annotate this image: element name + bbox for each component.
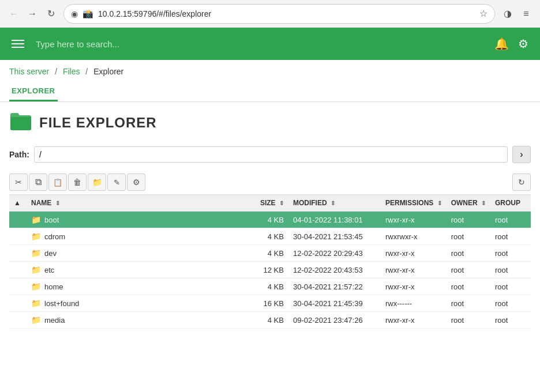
bookmark-button[interactable]: ☆ [479, 8, 487, 19]
row-permissions: rwxr-xr-x [381, 312, 447, 329]
breadcrumb-current: Explorer [93, 67, 123, 76]
row-modified: 12-02-2022 20:29:43 [288, 245, 381, 262]
path-go-button[interactable]: › [512, 146, 531, 163]
col-name-label: NAME [31, 199, 51, 207]
cut-button[interactable]: ✂ [9, 174, 28, 191]
permissions-icon: ⚙ [133, 178, 140, 187]
file-table-body: 📁boot 4 KB 04-01-2022 11:38:01 rwxr-xr-x… [9, 212, 531, 329]
paste-button[interactable]: 📋 [48, 174, 67, 191]
col-permissions-label: PERMISSIONS [385, 199, 433, 207]
notification-button[interactable]: 🔔 [492, 35, 511, 53]
folder-icon: 📁 [31, 282, 41, 291]
tab-explorer[interactable]: EXPLORER [9, 81, 58, 101]
permissions-button[interactable]: ⚙ [127, 174, 145, 191]
hamburger-menu-button[interactable] [9, 37, 27, 50]
folder-icon: 📁 [31, 265, 41, 274]
search-input[interactable] [36, 37, 483, 51]
row-modified: 30-04-2021 21:45:39 [288, 295, 381, 312]
col-header-permissions[interactable]: PERMISSIONS ⇕ [381, 195, 447, 212]
col-header-size[interactable]: SIZE ⇕ [248, 195, 288, 212]
shield-browser-button[interactable]: ◑ [500, 6, 516, 22]
breadcrumb: This server / Files / Explorer [0, 60, 540, 81]
delete-button[interactable]: 🗑 [68, 174, 87, 191]
permissions-sort-arrows: ⇕ [437, 200, 442, 206]
row-group: root [490, 278, 531, 295]
path-row: Path: › [9, 146, 531, 163]
new-folder-button[interactable]: 📁 [88, 174, 106, 191]
file-table-wrapper: ▲ NAME ⇕ SIZE ⇕ MODIFIED ⇕ P [9, 195, 531, 329]
col-group-label: GROUP [495, 199, 520, 207]
reload-button[interactable]: ↻ [43, 6, 59, 22]
row-size: 16 KB [248, 295, 288, 312]
copy-icon: ⧉ [35, 177, 42, 187]
breadcrumb-this-server[interactable]: This server [9, 67, 49, 76]
row-size: 4 KB [248, 312, 288, 329]
row-type-icon [9, 228, 27, 245]
folder-icon: 📁 [31, 299, 41, 308]
copy-button[interactable]: ⧉ [29, 174, 47, 191]
table-row[interactable]: 📁lost+found 16 KB 30-04-2021 21:45:39 rw… [9, 295, 531, 312]
settings-button[interactable]: ⚙ [516, 35, 531, 53]
back-button[interactable]: ← [6, 6, 22, 22]
row-modified: 12-02-2022 20:43:53 [288, 262, 381, 278]
breadcrumb-files[interactable]: Files [63, 67, 80, 76]
row-modified: 04-01-2022 11:38:01 [288, 212, 381, 228]
owner-sort-arrows: ⇕ [481, 200, 486, 206]
row-permissions: rwx------ [381, 295, 447, 312]
folder-icon: 📁 [31, 248, 41, 258]
row-group: root [490, 212, 531, 228]
table-row[interactable]: 📁etc 12 KB 12-02-2022 20:43:53 rwxr-xr-x… [9, 262, 531, 278]
address-bar-container: ◉ 📸 ☆ [63, 4, 495, 24]
folder-icon: 📁 [31, 215, 41, 224]
row-permissions: rwxr-xr-x [381, 262, 447, 278]
row-group: root [490, 262, 531, 278]
row-group: root [490, 295, 531, 312]
col-header-modified[interactable]: MODIFIED ⇕ [288, 195, 381, 212]
row-owner: root [447, 228, 490, 245]
row-size: 4 KB [248, 278, 288, 295]
table-row[interactable]: 📁media 4 KB 09-02-2021 23:47:26 rwxr-xr-… [9, 312, 531, 329]
header-icons: 🔔 ⚙ [492, 35, 531, 53]
row-owner: root [447, 245, 490, 262]
row-type-icon [9, 245, 27, 262]
folder-icon: 📁 [31, 232, 41, 241]
up-arrow-icon: ▲ [14, 199, 21, 207]
refresh-button[interactable]: ↻ [512, 174, 531, 191]
row-owner: root [447, 278, 490, 295]
forward-button[interactable]: → [24, 6, 40, 22]
col-header-up[interactable]: ▲ [9, 195, 27, 212]
refresh-icon: ↻ [518, 178, 525, 187]
delete-icon: 🗑 [73, 178, 81, 187]
paste-icon: 📋 [53, 178, 62, 187]
menu-button[interactable]: ≡ [518, 6, 534, 22]
row-type-icon [9, 312, 27, 329]
col-header-group[interactable]: GROUP [490, 195, 531, 212]
app-header: 🔔 ⚙ [0, 28, 540, 60]
breadcrumb-sep-2: / [85, 67, 88, 76]
address-bar-input[interactable] [98, 9, 475, 18]
table-row[interactable]: 📁dev 4 KB 12-02-2022 20:29:43 rwxr-xr-x … [9, 245, 531, 262]
size-sort-arrows: ⇕ [279, 200, 284, 206]
col-modified-label: MODIFIED [293, 199, 327, 207]
col-owner-label: OWNER [451, 199, 478, 207]
page-title: FILE EXPLORER [39, 115, 157, 131]
col-size-label: SIZE [260, 199, 276, 207]
row-type-icon [9, 295, 27, 312]
path-input[interactable] [34, 146, 508, 163]
row-name: 📁cdrom [27, 228, 248, 245]
col-header-owner[interactable]: OWNER ⇕ [447, 195, 490, 212]
page-title-row: FILE EXPLORER [9, 111, 531, 134]
table-row[interactable]: 📁cdrom 4 KB 30-04-2021 21:53:45 rwxrwxr-… [9, 228, 531, 245]
table-header: ▲ NAME ⇕ SIZE ⇕ MODIFIED ⇕ P [9, 195, 531, 212]
row-owner: root [447, 295, 490, 312]
hamburger-line [12, 40, 24, 41]
table-row[interactable]: 📁boot 4 KB 04-01-2022 11:38:01 rwxr-xr-x… [9, 212, 531, 228]
row-owner: root [447, 312, 490, 329]
hamburger-line [12, 47, 24, 48]
row-permissions: rwxr-xr-x [381, 278, 447, 295]
rename-button[interactable]: ✎ [107, 174, 126, 191]
row-permissions: rwxr-xr-x [381, 212, 447, 228]
table-row[interactable]: 📁home 4 KB 30-04-2021 21:57:22 rwxr-xr-x… [9, 278, 531, 295]
row-name: 📁lost+found [27, 295, 248, 312]
col-header-name[interactable]: NAME ⇕ [27, 195, 248, 212]
